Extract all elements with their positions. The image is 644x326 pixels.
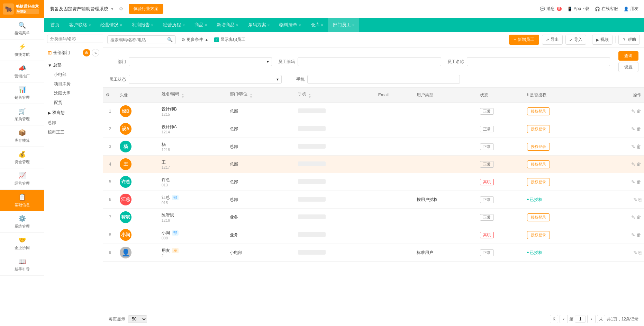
delete-icon[interactable]: 🗑 [636, 179, 641, 185]
tab-department-staff[interactable]: 部门员工 × [328, 18, 359, 32]
edit-icon[interactable]: ✎ [631, 161, 635, 167]
delete-icon[interactable]: 🗑 [636, 214, 641, 220]
auth-button[interactable]: 授权登录 [527, 125, 550, 133]
auth-button[interactable]: 授权登录 [527, 143, 550, 151]
dept-group-title[interactable]: ▼ 总部 [44, 61, 103, 70]
sidebar-item-shortcut[interactable]: ⚡ 快捷导航 [0, 39, 44, 61]
add-employee-button[interactable]: + 新增员工 [509, 35, 539, 45]
settings-icon[interactable]: ⚙ [106, 92, 110, 97]
message-button[interactable]: 💬 消息 5 [540, 6, 562, 12]
edit-icon[interactable]: ✎ [631, 214, 635, 220]
tab-home[interactable]: 首页 [46, 18, 64, 32]
tab-new-product[interactable]: 新增商品 × [212, 18, 243, 32]
dept-item-zongbu[interactable]: 总部 [44, 118, 103, 127]
dept-item-peihuo[interactable]: 配货 [44, 98, 103, 107]
tab-product[interactable]: 商品 × [190, 18, 212, 32]
dept-item-xiangmu[interactable]: 项目库房 [44, 79, 103, 89]
more-condition-btn[interactable]: ⚙ 更多条件 ▲ [179, 35, 211, 44]
sidebar-item-marketing[interactable]: 📣 营销推广 [0, 61, 44, 82]
tab-profit[interactable]: 利润报告 × [127, 18, 158, 32]
auth-button[interactable]: 授权登录 [527, 178, 550, 186]
sidebar-item-operation[interactable]: 📈 经营管理 [0, 168, 44, 190]
dept-item-xiaodian[interactable]: 小电部 [44, 70, 103, 79]
copy-icon[interactable]: ⎘ [638, 250, 641, 255]
tab-operation-status[interactable]: 经营情况 × [96, 18, 127, 32]
query-button[interactable]: 查询 [618, 51, 638, 61]
tab-history[interactable]: 经营历程 × [158, 18, 189, 32]
prev-page-btn[interactable]: ‹ [560, 315, 568, 323]
close-icon[interactable]: × [205, 23, 207, 27]
last-page-btn[interactable]: 末 [597, 315, 605, 323]
edit-icon[interactable]: ✎ [631, 144, 635, 149]
auth-button[interactable]: 授权登录 [527, 160, 550, 168]
show-departed-toggle[interactable]: ✓ 显示离职员工 [214, 37, 245, 43]
online-service-button[interactable]: 🎧 在线客服 [595, 6, 618, 12]
close-icon[interactable]: × [236, 23, 238, 27]
delete-icon[interactable]: 🗑 [636, 108, 641, 114]
dept-item-shenyang[interactable]: 沈阳大库 [44, 89, 103, 98]
tab-warehouse[interactable]: 仓库 × [306, 18, 328, 32]
close-icon[interactable]: × [321, 23, 323, 27]
sort-icon[interactable]: ▲▼ [181, 93, 184, 99]
page-size-select[interactable]: 50 20 100 [128, 315, 147, 323]
search-icon[interactable]: 🔍 [167, 37, 173, 42]
delete-icon[interactable]: 🗑 [636, 232, 641, 238]
edit-icon[interactable]: ✎ [631, 126, 635, 132]
emp-name-input[interactable] [467, 57, 610, 66]
first-page-btn[interactable]: K [550, 315, 558, 323]
sidebar-item-purchase[interactable]: 🛒 采购管理 [0, 104, 44, 125]
close-icon[interactable]: × [151, 23, 153, 27]
dept-search-input[interactable] [47, 35, 105, 43]
export-button[interactable]: ↗ 导出 [542, 35, 563, 45]
delete-icon[interactable]: 🗑 [636, 161, 641, 167]
edit-icon[interactable]: ✎ [631, 179, 635, 185]
auth-button[interactable]: 授权登录 [527, 213, 550, 221]
sort-icon-3[interactable]: ▲▼ [308, 93, 311, 99]
auth-button[interactable]: 授权登录 [527, 231, 550, 239]
user-avatar[interactable]: 👤 用友 [624, 6, 638, 12]
search-input[interactable] [110, 37, 166, 42]
dept-group-title-2[interactable]: ▶ 双鹿想 [44, 108, 103, 117]
sidebar-item-finance[interactable]: 💰 资金管理 [0, 147, 44, 168]
delete-icon[interactable]: 🗑 [636, 144, 641, 149]
dept-item-zhishu[interactable]: 植树王三 [44, 127, 103, 137]
import-button[interactable]: ↙ 导入 [565, 35, 586, 45]
sort-icon-2[interactable]: ▲▼ [250, 93, 253, 99]
sidebar-item-search[interactable]: 🔍 搜索菜单 [0, 18, 44, 39]
sidebar-item-collab[interactable]: 🤝 企业协同 [0, 233, 44, 254]
auth-button[interactable]: 授权登录 [527, 107, 550, 115]
delete-icon[interactable]: 🗑 [636, 126, 641, 132]
close-icon[interactable]: × [120, 23, 122, 27]
page-input[interactable] [575, 316, 586, 323]
edit-icon[interactable]: ✎ [633, 250, 637, 255]
phone-input[interactable] [307, 75, 460, 84]
tab-bom[interactable]: 物料清单 × [274, 18, 306, 32]
close-icon[interactable]: × [267, 23, 270, 27]
filter-dept-select[interactable]: ▾ [129, 57, 272, 66]
next-page-btn[interactable]: › [587, 315, 596, 323]
edit-icon[interactable]: ✎ [631, 108, 635, 114]
reset-button[interactable]: 设置 [618, 62, 638, 72]
dept-action-btn-1[interactable]: ⊕ [83, 49, 90, 56]
edit-icon[interactable]: ✎ [631, 232, 635, 238]
help-button[interactable]: ？ 帮助 [618, 35, 640, 45]
dropdown-arrow-icon[interactable]: ▾ [111, 6, 114, 11]
sidebar-item-system[interactable]: ⚙️ 系统管理 [0, 211, 44, 233]
close-icon[interactable]: × [299, 23, 301, 27]
video-button[interactable]: ▶ 视频 [592, 35, 613, 45]
sidebar-item-sales[interactable]: 📊 销售管理 [0, 82, 44, 104]
close-icon[interactable]: × [352, 23, 354, 27]
app-download-button[interactable]: 📱 App下载 [567, 6, 589, 12]
tab-barcode[interactable]: 条码方案 × [243, 18, 274, 32]
close-icon[interactable]: × [182, 23, 184, 27]
sidebar-item-guide[interactable]: 📖 新手引导 [0, 254, 44, 276]
settings-icon[interactable]: ⚙ [116, 4, 126, 14]
trial-button[interactable]: 体验行业方案 [129, 4, 163, 14]
tab-customer[interactable]: 客户联络 × [64, 18, 96, 32]
dept-collapse-btn[interactable]: « [92, 49, 99, 56]
close-icon[interactable]: × [89, 23, 91, 27]
emp-code-input[interactable] [298, 57, 441, 66]
sidebar-item-inventory[interactable]: 📦 库存核算 [0, 125, 44, 147]
sidebar-item-basic[interactable]: 📋 基础信息 [0, 190, 44, 211]
copy-icon[interactable]: ⎘ [638, 197, 641, 202]
